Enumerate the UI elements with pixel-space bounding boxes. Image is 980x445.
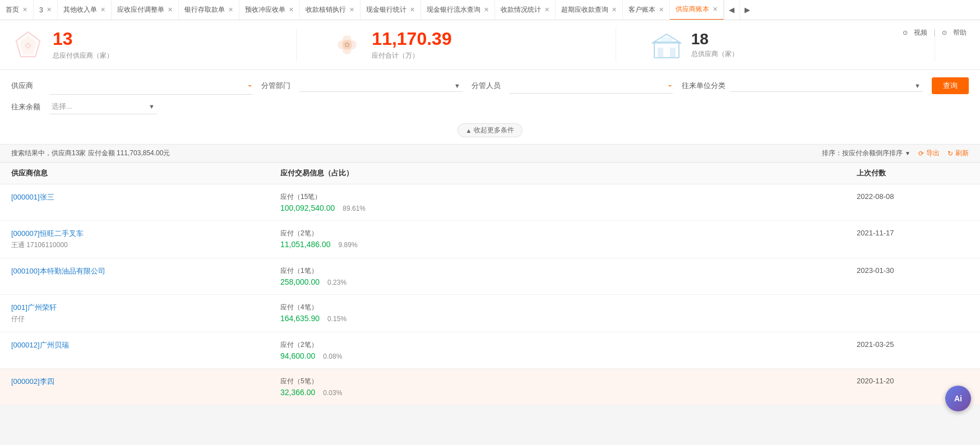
close-icon[interactable]: ✕ [612,6,617,13]
nav-tab-customer-book[interactable]: 客户账本 ✕ [623,0,670,20]
supplier-name-link[interactable]: [000012]广州贝瑞 [11,341,69,349]
trans-amount[interactable]: 94,600.00 [280,351,315,360]
ai-button-label: Ai [954,394,962,403]
nav-tab-label: 供应商账本 [676,4,709,14]
close-icon[interactable]: ✕ [168,6,173,13]
separator: | [933,29,935,36]
trans-amount[interactable]: 100,092,540.00 [280,203,335,212]
table-row[interactable]: [000012]广州贝瑞 应付（2笔） 94,600.00 0.08% 2021… [0,332,980,369]
trans-percent: 0.15% [327,315,346,323]
nav-tab-bank-deposit[interactable]: 银行存取款单 ✕ [179,0,239,20]
nav-tab-overdue-ar[interactable]: 超期应收款查询 ✕ [556,0,623,20]
supplier-table: 供应商信息 应付交易信息（占比） 上次付数 [000001]张三 应付（15笔）… [0,163,980,405]
supplier-info: [000007]恒旺二手叉车 王通 17106110000 [11,229,280,250]
close-icon[interactable]: ✕ [47,6,52,13]
export-label: 导出 [926,149,940,158]
balance-select[interactable]: 选择... ▼ [49,99,157,114]
supplier-contact: 仔仔 [11,314,280,324]
trans-percent: 0.08% [323,353,342,360]
trans-amount[interactable]: 11,051,486.00 [280,240,331,249]
transaction-info: 应付（5笔） 32,366.00 0.03% [280,377,857,397]
person-input[interactable] [512,81,668,90]
ap-amount-label: 应付合计（万） [372,51,451,61]
trans-label: 应付（2笔） [280,340,857,350]
trans-amount[interactable]: 258,000.00 [280,277,320,286]
last-pay-date: 2023-01-30 [857,266,969,275]
export-button[interactable]: ⟳ 导出 [918,149,940,158]
supplier-more-icon[interactable]: ··· [248,81,250,91]
category-filter: 往来单位分类 ▼ [682,80,923,92]
close-icon[interactable]: ✕ [22,6,27,13]
result-bar: 搜索结果中，供应商13家 应付金额 111,703,854.00元 排序：按应付… [0,145,980,163]
supplier-info: [000001]张三 [11,192,280,202]
refresh-button[interactable]: ↻ 刷新 [947,149,969,158]
help-link[interactable]: 帮助 [953,29,967,36]
refresh-label: 刷新 [955,149,969,158]
category-select[interactable]: ▼ [730,80,923,92]
collapse-button[interactable]: ▲ 收起更多条件 [457,123,523,137]
person-filter: 分管人员 ··· [471,78,673,94]
supplier-name-link[interactable]: [000007]恒旺二手叉车 [11,229,84,238]
nav-prev-button[interactable]: ◀ [724,0,739,20]
dept-select[interactable]: ▼ [299,80,463,92]
close-icon[interactable]: ✕ [713,6,718,13]
supplier-name-link[interactable]: [001]广州荣轩 [11,303,57,312]
supplier-name-link[interactable]: [000002]李四 [11,377,54,386]
nav-tab-3[interactable]: 3 ✕ [34,0,58,20]
supplier-name-link[interactable]: [000100]本特勤油品有限公司 [11,267,105,275]
collapse-up-icon: ▲ [466,127,472,134]
close-icon[interactable]: ✕ [289,6,294,13]
nav-tab-label: 现金银行流水查询 [427,5,480,15]
video-link[interactable]: 视频 [914,29,927,36]
transaction-info: 应付（1笔） 258,000.00 0.23% [280,266,857,286]
close-icon[interactable]: ✕ [544,6,549,13]
nav-tab-payment-verify[interactable]: 收款核销执行 ✕ [300,0,360,20]
close-icon[interactable]: ✕ [100,6,105,13]
sort-chevron-icon: ▼ [905,150,910,156]
help-icon: ⊙ [942,29,947,36]
balance-chevron-icon: ▼ [149,103,155,110]
close-icon[interactable]: ✕ [484,6,489,13]
table-row[interactable]: [000100]本特勤油品有限公司 应付（1笔） 258,000.00 0.23… [0,258,980,295]
result-actions: 排序：按应付余额倒序排序 ▼ ⟳ 导出 ↻ 刷新 [822,149,969,158]
close-icon[interactable]: ✕ [659,6,664,13]
nav-tab-collection-stat[interactable]: 收款情况统计 ✕ [495,0,556,20]
sort-label: 排序：按应付余额倒序排序 [822,149,903,158]
top-navigation: 首页 ✕ 3 ✕ 其他收入单 ✕ 应收应付调整单 ✕ 银行存取款单 ✕ 预收冲应… [0,0,980,20]
trans-label: 应付（2笔） [280,229,857,238]
nav-tab-other-income[interactable]: 其他收入单 ✕ [58,0,112,20]
svg-text:◇: ◇ [25,41,31,49]
nav-tab-ar-ap-adjust[interactable]: 应收应付调整单 ✕ [112,0,179,20]
search-button[interactable]: 查询 [932,77,969,94]
table-row[interactable]: [000001]张三 应付（15笔） 100,092,540.00 89.61%… [0,184,980,221]
person-label: 分管人员 [471,81,505,91]
nav-next-button[interactable]: ▶ [739,0,755,20]
nav-tab-label: 其他收入单 [63,5,97,15]
nav-tab-label: 预收冲应收单 [245,5,285,15]
flower-icon: ✿ [330,28,364,62]
nav-tab-cash-bank-flow[interactable]: 现金银行流水查询 ✕ [421,0,495,20]
trans-amount[interactable]: 32,366.00 [280,388,315,397]
supplier-name-link[interactable]: [000001]张三 [11,193,54,201]
nav-tab-advance-ar[interactable]: 预收冲应收单 ✕ [239,0,300,20]
close-icon[interactable]: ✕ [228,6,233,13]
table-row[interactable]: [000002]李四 应付（5笔） 32,366.00 0.03% 2020-1… [0,369,980,405]
balance-filter: 往来余额 选择... ▼ [11,99,157,114]
category-chevron-icon: ▼ [914,82,921,89]
supplier-input[interactable] [52,79,248,92]
close-icon[interactable]: ✕ [410,6,415,13]
table-row[interactable]: [000007]恒旺二手叉车 王通 17106110000 应付（2笔） 11,… [0,221,980,258]
filter-row-1: 供应商 ··· 分管部门 ▼ 分管人员 ··· 往来单位分类 [11,77,969,95]
store-icon [650,28,683,62]
nav-tab-supplier-book[interactable]: 供应商账本 ✕ [670,0,724,20]
nav-tab-cash-bank-stat[interactable]: 现金银行统计 ✕ [360,0,421,20]
close-icon[interactable]: ✕ [349,6,354,13]
trans-amount[interactable]: 164,635.90 [280,314,320,323]
nav-tab-home[interactable]: 首页 ✕ [0,0,34,20]
table-row[interactable]: [001]广州荣轩 仔仔 应付（4笔） 164,635.90 0.15% [0,295,980,332]
col-header-lastpay: 上次付数 [857,168,969,178]
total-suppliers-number: 18 [691,31,738,48]
person-more-icon[interactable]: ··· [668,81,670,91]
sort-button[interactable]: 排序：按应付余额倒序排序 ▼ [822,149,910,158]
col-header-supplier: 供应商信息 [11,168,280,178]
